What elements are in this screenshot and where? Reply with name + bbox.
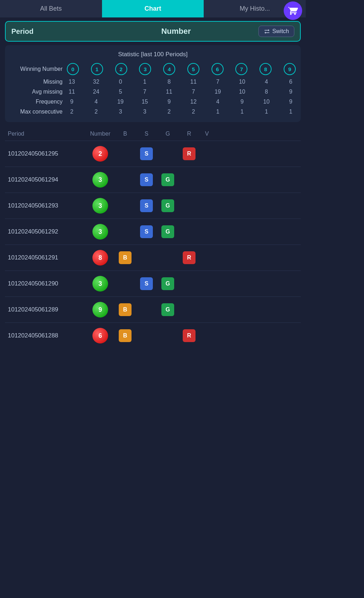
winning-number-label: Winning Number bbox=[10, 66, 67, 72]
table-row: 101202405061293 3 S G bbox=[5, 193, 301, 219]
number-ball: 3 bbox=[92, 172, 108, 188]
freq-val-5: 12 bbox=[188, 99, 198, 105]
max-consecutive-values: 2 2 3 3 2 2 1 1 1 1 bbox=[67, 109, 296, 115]
winning-ball-5: 5 bbox=[187, 63, 199, 75]
badge-g: G bbox=[161, 173, 174, 186]
winning-ball-0: 0 bbox=[67, 63, 79, 75]
number-ball: 3 bbox=[92, 198, 108, 214]
max-consec-val-4: 2 bbox=[164, 109, 174, 115]
badge-r: R bbox=[183, 251, 196, 264]
col-header-b: B bbox=[114, 131, 136, 137]
avg-missing-label: Avg missing bbox=[10, 89, 67, 95]
row-number: 9 bbox=[86, 302, 114, 318]
row-period: 101202405061291 bbox=[8, 254, 86, 261]
max-consec-val-6: 1 bbox=[213, 109, 223, 115]
row-number: 6 bbox=[86, 328, 114, 343]
missing-val-4: 8 bbox=[164, 79, 174, 85]
freq-val-7: 9 bbox=[237, 99, 247, 105]
badge-r: R bbox=[183, 147, 196, 160]
missing-val-2: 0 bbox=[116, 79, 125, 85]
header-row: Period Number Switch bbox=[5, 21, 301, 42]
freq-val-4: 9 bbox=[164, 99, 174, 105]
stat-title: Statistic [last 100 Periods] bbox=[10, 51, 296, 58]
switch-button[interactable]: Switch bbox=[258, 26, 294, 37]
number-label: Number bbox=[94, 27, 258, 36]
badge-s: S bbox=[140, 277, 153, 290]
missing-val-9: 6 bbox=[286, 79, 296, 85]
max-consec-val-2: 3 bbox=[116, 109, 125, 115]
statistic-section: Statistic [last 100 Periods] Winning Num… bbox=[5, 45, 301, 122]
avg-missing-val-2: 5 bbox=[116, 89, 125, 95]
freq-val-9: 9 bbox=[286, 99, 296, 105]
avg-missing-val-1: 24 bbox=[91, 89, 101, 95]
badge-s-cell: S bbox=[136, 225, 157, 238]
missing-val-5: 11 bbox=[188, 79, 198, 85]
winning-number-row: Winning Number 0 1 2 3 4 5 6 7 8 9 bbox=[10, 63, 296, 75]
table-row: 101202405061290 3 S G bbox=[5, 271, 301, 297]
row-period: 101202405061294 bbox=[8, 176, 86, 183]
freq-val-0: 9 bbox=[67, 99, 77, 105]
row-period: 101202405061290 bbox=[8, 280, 86, 287]
switch-label: Switch bbox=[272, 28, 289, 35]
missing-val-7: 10 bbox=[237, 79, 247, 85]
badge-s-cell: S bbox=[136, 147, 157, 160]
avg-missing-val-0: 11 bbox=[67, 89, 77, 95]
winning-ball-6: 6 bbox=[212, 63, 224, 75]
avg-missing-val-6: 19 bbox=[213, 89, 223, 95]
number-ball: 6 bbox=[92, 328, 108, 343]
badge-r-cell: R bbox=[178, 251, 200, 264]
tab-chart[interactable]: Chart bbox=[102, 0, 204, 17]
number-ball: 3 bbox=[92, 224, 108, 240]
badge-r-cell: R bbox=[178, 329, 200, 342]
row-period: 101202405061293 bbox=[8, 202, 86, 209]
avg-missing-values: 11 24 5 7 11 7 19 10 8 9 bbox=[67, 89, 296, 95]
max-consec-val-9: 1 bbox=[286, 109, 296, 115]
freq-val-3: 15 bbox=[140, 99, 150, 105]
col-header-s: S bbox=[136, 131, 157, 137]
missing-val-8: 4 bbox=[262, 79, 272, 85]
col-header-period: Period bbox=[8, 131, 86, 137]
winning-ball-2: 2 bbox=[115, 63, 127, 75]
missing-row: Missing 13 32 0 1 8 11 7 10 4 6 bbox=[10, 79, 296, 85]
badge-s-cell: S bbox=[136, 277, 157, 290]
row-number: 2 bbox=[86, 146, 114, 162]
row-period: 101202405061292 bbox=[8, 228, 86, 235]
missing-label: Missing bbox=[10, 79, 67, 85]
col-header-v: V bbox=[200, 131, 214, 137]
badge-b-cell: B bbox=[114, 329, 136, 342]
badge-g: G bbox=[161, 225, 174, 238]
tab-all-bets[interactable]: All Bets bbox=[0, 0, 102, 17]
freq-val-2: 19 bbox=[116, 99, 125, 105]
badge-b-cell: B bbox=[114, 303, 136, 316]
number-ball: 9 bbox=[92, 302, 108, 318]
badge-s-cell: S bbox=[136, 173, 157, 186]
row-number: 3 bbox=[86, 198, 114, 214]
avg-missing-val-9: 9 bbox=[286, 89, 296, 95]
badge-s-cell: S bbox=[136, 199, 157, 212]
table-row: 101202405061289 9 B G bbox=[5, 297, 301, 322]
row-number: 3 bbox=[86, 172, 114, 188]
badge-r-cell: R bbox=[178, 147, 200, 160]
frequency-values: 9 4 19 15 9 12 4 9 10 9 bbox=[67, 99, 296, 105]
badge-b: B bbox=[119, 329, 132, 342]
missing-val-3: 1 bbox=[140, 79, 150, 85]
row-number: 3 bbox=[86, 276, 114, 292]
badge-r: R bbox=[183, 329, 196, 342]
col-header-r: R bbox=[178, 131, 200, 137]
badge-g-cell: G bbox=[157, 277, 178, 290]
table-row: 101202405061295 2 S R bbox=[5, 141, 301, 167]
badge-g: G bbox=[161, 277, 174, 290]
badge-s: S bbox=[140, 225, 153, 238]
top-tabs: All Bets Chart My Histo... bbox=[0, 0, 306, 17]
missing-values: 13 32 0 1 8 11 7 10 4 6 bbox=[67, 79, 296, 85]
winning-ball-7: 7 bbox=[235, 63, 247, 75]
freq-val-8: 10 bbox=[262, 99, 272, 105]
cart-button[interactable] bbox=[284, 1, 302, 20]
avg-missing-row: Avg missing 11 24 5 7 11 7 19 10 8 9 bbox=[10, 89, 296, 95]
max-consec-val-1: 2 bbox=[91, 109, 101, 115]
max-consec-val-3: 3 bbox=[140, 109, 150, 115]
max-consec-val-5: 2 bbox=[188, 109, 198, 115]
row-period: 101202405061295 bbox=[8, 150, 86, 157]
table-row: 101202405061288 6 B R bbox=[5, 322, 301, 348]
badge-s: S bbox=[140, 147, 153, 160]
